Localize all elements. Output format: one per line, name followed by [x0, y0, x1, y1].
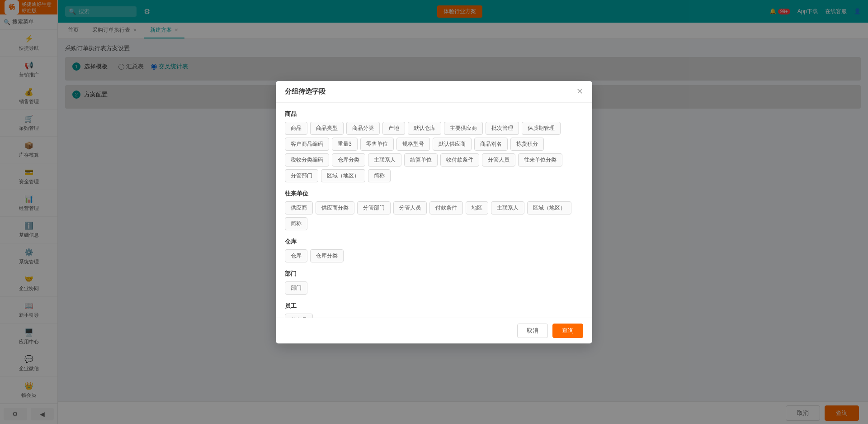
section-partner-title: 往来单位 — [285, 190, 583, 198]
section-employee-title: 员工 — [285, 302, 583, 310]
field-tag-goods-18[interactable]: 结算单位 — [404, 153, 438, 167]
field-tag-goods-5[interactable]: 主要供应商 — [444, 122, 483, 135]
field-tag-goods-16[interactable]: 仓库分类 — [332, 153, 365, 167]
field-tag-goods-15[interactable]: 税收分类编码 — [285, 153, 329, 167]
field-tag-partner-4[interactable]: 付款条件 — [429, 201, 463, 214]
section-goods: 商品 商品 商品类型 商品分类 产地 默认仓库 主要供应商 批次管理 保质期管理… — [285, 110, 583, 182]
field-tag-partner-0[interactable]: 供应商 — [285, 201, 313, 214]
section-goods-title: 商品 — [285, 110, 583, 118]
field-tag-goods-11[interactable]: 规格型号 — [396, 138, 430, 151]
field-tag-partner-8[interactable]: 简称 — [285, 217, 307, 230]
field-tag-partner-5[interactable]: 地区 — [466, 201, 488, 214]
modal-dialog: 分组待选字段 ✕ 商品 商品 商品类型 商品分类 产地 默认仓库 主要供应商 批… — [276, 81, 592, 343]
field-tag-goods-20[interactable]: 分管人员 — [482, 153, 515, 167]
field-tag-goods-4[interactable]: 默认仓库 — [408, 122, 441, 135]
field-tag-goods-23[interactable]: 区域（地区） — [321, 169, 365, 182]
field-tag-partner-1[interactable]: 供应商分类 — [316, 201, 354, 214]
field-tag-goods-7[interactable]: 保质期管理 — [522, 122, 561, 135]
modal-cancel-btn[interactable]: 取消 — [517, 324, 548, 338]
field-tag-goods-9[interactable]: 重量3 — [332, 138, 358, 151]
partner-field-grid: 供应商 供应商分类 分管部门 分管人员 付款条件 地区 主联系人 区域（地区） … — [285, 201, 583, 230]
field-tag-goods-1[interactable]: 商品类型 — [310, 122, 344, 135]
field-tag-goods-19[interactable]: 收付款条件 — [440, 153, 479, 167]
section-department: 部门 部门 — [285, 270, 583, 295]
field-tag-partner-7[interactable]: 区域（地区） — [527, 201, 571, 214]
modal-title: 分组待选字段 — [285, 87, 326, 96]
field-tag-partner-6[interactable]: 主联系人 — [491, 201, 524, 214]
field-tag-goods-13[interactable]: 商品别名 — [474, 138, 508, 151]
field-tag-goods-2[interactable]: 商品分类 — [346, 122, 380, 135]
field-tag-goods-12[interactable]: 默认供应商 — [433, 138, 472, 151]
field-tag-warehouse-1[interactable]: 仓库分类 — [310, 249, 344, 262]
field-tag-warehouse-0[interactable]: 仓库 — [285, 249, 307, 262]
field-tag-partner-2[interactable]: 分管部门 — [357, 201, 391, 214]
field-tag-partner-3[interactable]: 分管人员 — [393, 201, 427, 214]
field-tag-goods-24[interactable]: 简称 — [368, 169, 391, 182]
warehouse-field-grid: 仓库 仓库分类 — [285, 249, 583, 262]
modal-overlay: 分组待选字段 ✕ 商品 商品 商品类型 商品分类 产地 默认仓库 主要供应商 批… — [0, 0, 868, 424]
field-tag-goods-3[interactable]: 产地 — [382, 122, 405, 135]
field-tag-goods-22[interactable]: 分管部门 — [285, 169, 318, 182]
field-tag-department-0[interactable]: 部门 — [285, 281, 307, 295]
modal-close-btn[interactable]: ✕ — [576, 87, 583, 95]
modal-confirm-btn[interactable]: 查询 — [552, 324, 583, 338]
employee-field-grid: 业务员 — [285, 314, 583, 318]
field-tag-employee-0[interactable]: 业务员 — [285, 314, 313, 318]
section-partner: 往来单位 供应商 供应商分类 分管部门 分管人员 付款条件 地区 主联系人 区域… — [285, 190, 583, 230]
section-warehouse: 仓库 仓库 仓库分类 — [285, 238, 583, 262]
field-tag-goods-0[interactable]: 商品 — [285, 122, 307, 135]
field-tag-goods-10[interactable]: 零售单位 — [360, 138, 394, 151]
modal-body: 商品 商品 商品类型 商品分类 产地 默认仓库 主要供应商 批次管理 保质期管理… — [276, 103, 592, 318]
field-tag-goods-6[interactable]: 批次管理 — [486, 122, 519, 135]
goods-field-grid: 商品 商品类型 商品分类 产地 默认仓库 主要供应商 批次管理 保质期管理 客户… — [285, 122, 583, 182]
field-tag-goods-8[interactable]: 客户商品编码 — [285, 138, 329, 151]
modal-header: 分组待选字段 ✕ — [276, 81, 592, 103]
section-warehouse-title: 仓库 — [285, 238, 583, 246]
department-field-grid: 部门 — [285, 281, 583, 295]
section-employee: 员工 业务员 — [285, 302, 583, 318]
field-tag-goods-21[interactable]: 往来单位分类 — [518, 153, 562, 167]
field-tag-goods-14[interactable]: 拣货积分 — [510, 138, 544, 151]
section-department-title: 部门 — [285, 270, 583, 278]
modal-footer: 取消 查询 — [276, 318, 592, 343]
field-tag-goods-17[interactable]: 主联系人 — [368, 153, 401, 167]
